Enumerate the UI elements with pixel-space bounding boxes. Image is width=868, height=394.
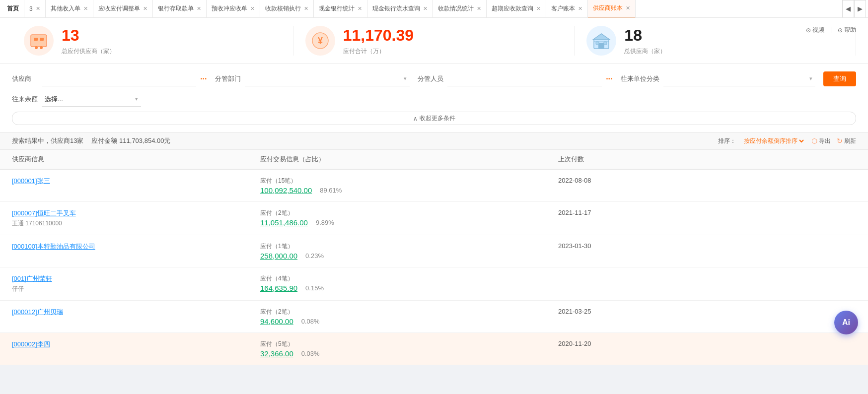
transaction-label-5: 应付（5笔） <box>260 340 558 348</box>
transaction-amount-4[interactable]: 94,600.00 <box>260 317 293 326</box>
transaction-pct-1: 9.89% <box>316 219 334 226</box>
transaction-label-4: 应付（2笔） <box>260 308 558 316</box>
category-select[interactable] <box>663 71 816 86</box>
supplier-info-0: [000001]张三 <box>12 177 260 187</box>
tab-bank-deposit-close[interactable]: ✕ <box>197 5 201 12</box>
supplier-input[interactable] <box>42 71 196 86</box>
collapse-button[interactable]: ∧ 收起更多条件 <box>12 112 856 125</box>
tab-bank-deposit[interactable]: 银行存取款单 ✕ <box>153 0 207 18</box>
action-sep: | <box>830 26 832 34</box>
tab-ap-adjust-close[interactable]: ✕ <box>143 5 147 12</box>
tab-collection[interactable]: 收款核销执行 ✕ <box>260 0 314 18</box>
tab-3-close[interactable]: ✕ <box>36 5 40 12</box>
tab-advance[interactable]: 预收冲应收单 ✕ <box>207 0 260 18</box>
tab-3[interactable]: 3 ✕ <box>24 0 46 18</box>
filter-dept: 分管部门 ▾ <box>215 71 410 86</box>
transaction-info-5: 应付（5笔） 32,366.00 0.03% <box>260 340 558 358</box>
table-row[interactable]: [000100]本特勤油品有限公司 应付（1笔） 258,000.00 0.23… <box>0 235 868 267</box>
supplier-name-5[interactable]: [000002]李四 <box>12 340 260 349</box>
tab-collection-stat-close[interactable]: ✕ <box>477 5 481 12</box>
tab-ap-adjust[interactable]: 应收应付调整单 ✕ <box>93 0 153 18</box>
supplier-name-4[interactable]: [000012]广州贝瑞 <box>12 308 260 317</box>
svg-rect-0 <box>31 35 47 47</box>
filter-area: 供应商 ··· 分管部门 ▾ 分管人员 ··· 往来单位分类 <box>0 64 868 132</box>
transaction-amount-0[interactable]: 100,092,540.00 <box>260 186 312 195</box>
transaction-row-4: 94,600.00 0.08% <box>260 317 558 326</box>
person-dots[interactable]: ··· <box>606 74 612 83</box>
filter-supplier: 供应商 ··· <box>12 71 207 86</box>
svg-rect-1 <box>34 38 38 41</box>
tab-3-label: 3 <box>29 5 33 12</box>
table-row[interactable]: [000001]张三 应付（15笔） 100,092,540.00 89.61%… <box>0 170 868 202</box>
result-bar-right: 排序： 按应付余额倒序排序 ⬡ 导出 ↻ 刷新 <box>718 137 856 145</box>
sort-select[interactable]: 按应付余额倒序排序 <box>742 137 805 145</box>
tab-collection-stat[interactable]: 收款情况统计 ✕ <box>433 0 487 18</box>
filter-person: 分管人员 ··· <box>418 71 613 86</box>
table-container: 供应商信息 应付交易信息（占比） 上次付数 [000001]张三 应付（15笔）… <box>0 150 868 365</box>
supplier-info-4: [000012]广州贝瑞 <box>12 308 260 318</box>
total-amount-label: 应付合计（万） <box>343 47 414 56</box>
supplier-sub-1: 王通 17106110000 <box>12 219 260 228</box>
tab-advance-close[interactable]: ✕ <box>250 5 255 12</box>
supplier-name-1[interactable]: [000007]恒旺二手叉车 <box>12 209 260 218</box>
tab-customer-account[interactable]: 客户账本 ✕ <box>546 0 588 18</box>
transaction-amount-5[interactable]: 32,366.00 <box>260 349 293 358</box>
tab-other-income-close[interactable]: ✕ <box>83 5 88 12</box>
tab-cash-bank-flow-close[interactable]: ✕ <box>423 5 428 12</box>
refresh-button[interactable]: ↻ 刷新 <box>837 137 856 145</box>
filter-dept-select-wrap: ▾ <box>245 71 410 86</box>
search-button[interactable]: 查询 <box>823 71 856 86</box>
nav-arrow-left[interactable]: ◀ <box>842 0 854 18</box>
tab-cash-bank-stat-close[interactable]: ✕ <box>358 5 362 12</box>
filter-row-2: 往来余额 选择... ▾ <box>12 91 856 107</box>
col-header-supplier: 供应商信息 <box>12 155 260 164</box>
transaction-pct-3: 0.15% <box>305 284 324 292</box>
tab-home[interactable]: 首页 <box>2 0 24 18</box>
supplier-name-2[interactable]: [000100]本特勤油品有限公司 <box>12 242 260 251</box>
nav-arrow-right[interactable]: ▶ <box>854 0 866 18</box>
last-payment-4: 2021-03-25 <box>558 308 856 315</box>
tab-other-income[interactable]: 其他收入单 ✕ <box>46 0 93 18</box>
tab-supplier-account-close[interactable]: ✕ <box>626 5 630 11</box>
export-button[interactable]: ⬡ 导出 <box>811 137 831 145</box>
supplier-dots[interactable]: ··· <box>200 74 207 83</box>
transaction-amount-2[interactable]: 258,000.00 <box>260 252 297 260</box>
tab-overdue[interactable]: 超期应收款查询 ✕ <box>487 0 546 18</box>
tab-customer-account-close[interactable]: ✕ <box>578 5 582 12</box>
supplier-info-2: [000100]本特勤油品有限公司 <box>12 242 260 253</box>
collapse-up-icon: ∧ <box>413 115 418 122</box>
transaction-label-1: 应付（2笔） <box>260 209 558 217</box>
svg-rect-2 <box>40 38 44 41</box>
transaction-pct-2: 0.23% <box>305 252 324 260</box>
dept-select[interactable] <box>245 71 410 86</box>
table-row[interactable]: [001]广州荣轩 仔仔 应付（4笔） 164,635.90 0.15% <box>0 267 868 301</box>
tab-cash-bank-flow[interactable]: 现金银行流水查询 ✕ <box>367 0 433 18</box>
video-link[interactable]: ⊙ 视频 <box>806 26 824 34</box>
export-label: 导出 <box>819 137 831 145</box>
tab-cash-bank-stat[interactable]: 现金银行统计 ✕ <box>314 0 367 18</box>
supplier-name-0[interactable]: [000001]张三 <box>12 177 260 186</box>
table-row[interactable]: [000002]李四 应付（5笔） 32,366.00 0.03% 2020-1… <box>0 333 868 365</box>
total-suppliers-label: 总供应商（家） <box>624 47 666 56</box>
table-row[interactable]: [000012]广州贝瑞 应付（2笔） 94,600.00 0.08% 2021… <box>0 301 868 333</box>
transaction-amount-1[interactable]: 11,051,486.00 <box>260 218 308 227</box>
tab-supplier-account[interactable]: 供应商账本 ✕ <box>588 0 636 18</box>
transaction-label-0: 应付（15笔） <box>260 177 558 185</box>
last-payment-0: 2022-08-08 <box>558 177 856 184</box>
transaction-info-0: 应付（15笔） 100,092,540.00 89.61% <box>260 177 558 195</box>
balance-select[interactable]: 选择... <box>42 91 141 106</box>
person-input[interactable] <box>447 71 602 86</box>
supplier-name-3[interactable]: [001]广州荣轩 <box>12 274 260 283</box>
summary-info-3: 18 总供应商（家） <box>624 26 666 55</box>
ai-button[interactable]: Ai <box>834 311 858 334</box>
summary-card-suppliers: 13 总应付供应商（家） <box>12 26 293 56</box>
tab-collection-close[interactable]: ✕ <box>304 5 308 12</box>
transaction-amount-3[interactable]: 164,635.90 <box>260 284 297 292</box>
supplier-info-3: [001]广州荣轩 仔仔 <box>12 274 260 293</box>
result-bar: 搜索结果中，供应商13家 应付金额 111,703,854.00元 排序： 按应… <box>0 132 868 150</box>
tab-overdue-close[interactable]: ✕ <box>536 5 541 12</box>
help-link[interactable]: ⊙ 帮助 <box>838 26 856 34</box>
total-ap-suppliers-number: 13 <box>62 26 115 45</box>
filter-balance: 往来余额 选择... ▾ <box>12 91 141 107</box>
table-row[interactable]: [000007]恒旺二手叉车 王通 17106110000 应付（2笔） 11,… <box>0 202 868 235</box>
